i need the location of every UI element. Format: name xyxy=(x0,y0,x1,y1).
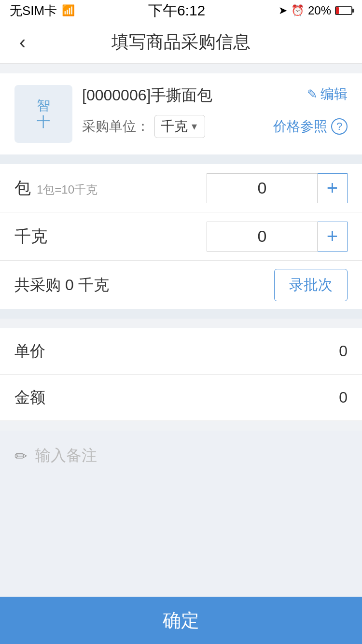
input-section: 包 1包=10千克 + 千克 + 共采购 0 千克 录批次 xyxy=(0,164,362,309)
unit-label: 采购单位： xyxy=(82,117,150,136)
time-text: 下午6:12 xyxy=(148,1,205,21)
section-divider-1 xyxy=(0,154,362,164)
product-info: [0000006]手撕面包 ✎ 编辑 采购单位： 千克 ▾ 价格参照 ? xyxy=(82,85,348,138)
amount-row: 金额 0 xyxy=(0,375,362,421)
price-ref-button[interactable]: 价格参照 ? xyxy=(273,117,348,136)
battery-text: 20% xyxy=(308,4,331,17)
record-batch-button[interactable]: 录批次 xyxy=(274,269,348,301)
bag-plus-button[interactable]: + xyxy=(318,173,348,203)
kg-label: 千克 xyxy=(14,225,47,248)
back-button[interactable]: ‹ xyxy=(14,27,30,58)
product-name: [0000006]手撕面包 xyxy=(82,85,212,106)
carrier-text: 无SIM卡 xyxy=(10,2,57,19)
product-image: 智 十 xyxy=(14,85,72,143)
amount-value: 0 xyxy=(339,389,348,406)
edit-button[interactable]: ✎ 编辑 xyxy=(307,85,348,103)
nav-bar: ‹ 填写商品采购信息 xyxy=(0,21,362,64)
bag-quantity-input[interactable] xyxy=(207,173,318,203)
edit-label: 编辑 xyxy=(320,85,348,103)
unit-select[interactable]: 千克 ▾ xyxy=(154,115,205,138)
notes-placeholder: 输入备注 xyxy=(35,445,97,466)
status-bar: 无SIM卡 📶 下午6:12 ➤ ⏰ 20% xyxy=(0,0,362,21)
bag-input-row: 包 1包=10千克 + xyxy=(0,164,362,212)
total-row: 共采购 0 千克 录批次 xyxy=(0,261,362,309)
amount-label: 金额 xyxy=(14,387,45,408)
page-title: 填写商品采购信息 xyxy=(111,30,251,54)
location-icon: ➤ xyxy=(278,4,287,17)
confirm-button[interactable]: 确定 xyxy=(0,597,362,644)
pencil-icon: ✏ xyxy=(14,447,28,465)
alarm-icon: ⏰ xyxy=(291,4,304,17)
kg-input-group: + xyxy=(207,222,348,252)
price-section: 单价 0 金额 0 xyxy=(0,328,362,421)
bag-sub-label: 1包=10千克 xyxy=(37,182,97,197)
bag-input-group: + xyxy=(207,173,348,203)
help-icon: ? xyxy=(331,118,348,135)
kg-input-row: 千克 + xyxy=(0,212,362,261)
product-logo: 智 十 xyxy=(37,98,50,130)
kg-quantity-input[interactable] xyxy=(207,222,318,252)
status-right: ➤ ⏰ 20% xyxy=(278,4,352,17)
price-ref-label: 价格参照 xyxy=(273,117,327,136)
kg-plus-button[interactable]: + xyxy=(318,222,348,252)
unit-value: 千克 xyxy=(161,117,188,136)
wifi-icon: 📶 xyxy=(62,4,75,17)
unit-price-label: 单价 xyxy=(14,341,45,362)
battery-icon xyxy=(335,6,352,15)
total-text: 共采购 0 千克 xyxy=(14,275,109,296)
section-divider-2 xyxy=(0,309,362,319)
dropdown-arrow-icon: ▾ xyxy=(192,120,197,133)
status-left: 无SIM卡 📶 xyxy=(10,2,75,19)
unit-price-value: 0 xyxy=(339,342,348,360)
edit-icon: ✎ xyxy=(307,87,318,102)
bag-label: 包 xyxy=(14,177,31,199)
product-card: 智 十 [0000006]手撕面包 ✎ 编辑 采购单位： 千克 ▾ 价格参照 ? xyxy=(0,73,362,154)
unit-price-row: 单价 0 xyxy=(0,328,362,375)
notes-section[interactable]: ✏ 输入备注 xyxy=(0,431,362,614)
